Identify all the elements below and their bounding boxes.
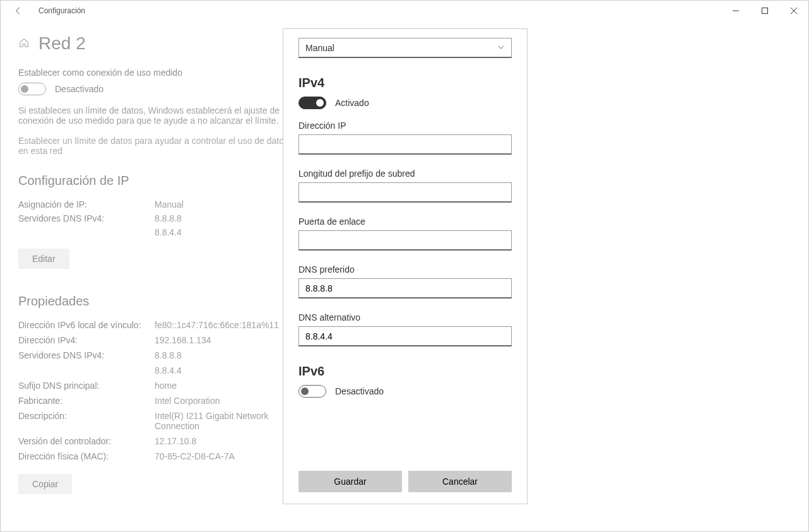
ipv6-toggle[interactable] (298, 385, 326, 398)
metered-state: Desactivado (55, 84, 103, 94)
property-key: Sufijo DNS principal: (18, 381, 155, 391)
subnet-prefix-label: Longitud del prefijo de subred (298, 168, 512, 179)
ip-address-input[interactable] (298, 134, 512, 155)
cancel-button[interactable]: Cancelar (408, 471, 512, 492)
property-value: 8.8.8.8 (155, 350, 182, 360)
property-value: 8.8.4.4 (155, 365, 182, 375)
ipv6-title: IPv6 (298, 364, 512, 379)
ipv4-state: Activado (335, 98, 369, 108)
close-button[interactable] (779, 1, 808, 21)
chevron-down-icon (497, 43, 505, 53)
alternate-dns-label: DNS alternativo (298, 312, 512, 322)
edit-button[interactable]: Editar (18, 249, 69, 269)
property-key: Descripción: (18, 411, 155, 431)
minimize-button[interactable] (721, 1, 750, 21)
ip-mode-dropdown[interactable]: Manual (298, 38, 512, 58)
preferred-dns-input[interactable] (298, 278, 512, 299)
property-value: 70-85-C2-D8-CA-7A (155, 451, 235, 461)
ip-assignment-value: Manual (155, 199, 184, 210)
metered-toggle[interactable] (18, 83, 46, 95)
property-value: Intel(R) I211 Gigabit Network Connection (155, 411, 281, 431)
svg-rect-1 (762, 8, 768, 14)
gateway-label: Puerta de enlace (298, 216, 512, 227)
maximize-button[interactable] (750, 1, 779, 21)
subnet-prefix-input[interactable] (298, 182, 512, 203)
property-key: Fabricante: (18, 396, 155, 406)
dns-servers-value2: 8.8.4.4 (155, 227, 182, 237)
home-icon (18, 37, 30, 50)
ip-settings-dialog: Manual IPv4 Activado Dirección IP Longit… (283, 28, 528, 504)
ip-mode-value: Manual (305, 43, 334, 53)
property-value: 192.168.1.134 (155, 335, 211, 345)
dns-servers-value1: 8.8.8.8 (155, 213, 182, 223)
metered-help: Si estableces un límite de datos, Window… (18, 105, 290, 126)
property-key: Servidores DNS IPv4: (18, 350, 155, 360)
dns-servers-label: Servidores DNS IPv4: (18, 213, 155, 223)
property-value: home (155, 381, 177, 391)
gateway-input[interactable] (298, 230, 512, 251)
window-title: Configuración (38, 6, 85, 15)
property-value: Intel Corporation (155, 396, 220, 406)
preferred-dns-label: DNS preferido (298, 264, 512, 275)
save-button[interactable]: Guardar (298, 471, 402, 492)
alternate-dns-input[interactable] (298, 326, 512, 346)
ipv4-toggle[interactable] (298, 97, 326, 109)
titlebar: Configuración (1, 1, 808, 21)
property-key: Versión del controlador: (18, 436, 155, 446)
property-key: Dirección IPv6 local de vínculo: (18, 320, 155, 330)
property-value: 12.17.10.8 (155, 436, 196, 446)
property-key: Dirección IPv4: (18, 335, 155, 345)
ip-address-label: Dirección IP (298, 121, 512, 131)
copy-button[interactable]: Copiar (18, 474, 72, 494)
property-key (18, 365, 155, 375)
metered-link[interactable]: Establecer un límite de datos para ayuda… (18, 136, 290, 156)
back-button[interactable] (6, 1, 31, 21)
ipv4-title: IPv4 (298, 76, 512, 90)
ip-assignment-label: Asignación de IP: (18, 199, 155, 210)
property-key: Dirección física (MAC): (18, 451, 155, 461)
ipv6-state: Desactivado (335, 386, 384, 396)
property-value: fe80::1c47:716c:66ce:181a%11 (155, 320, 279, 330)
page-title: Red 2 (38, 33, 86, 54)
